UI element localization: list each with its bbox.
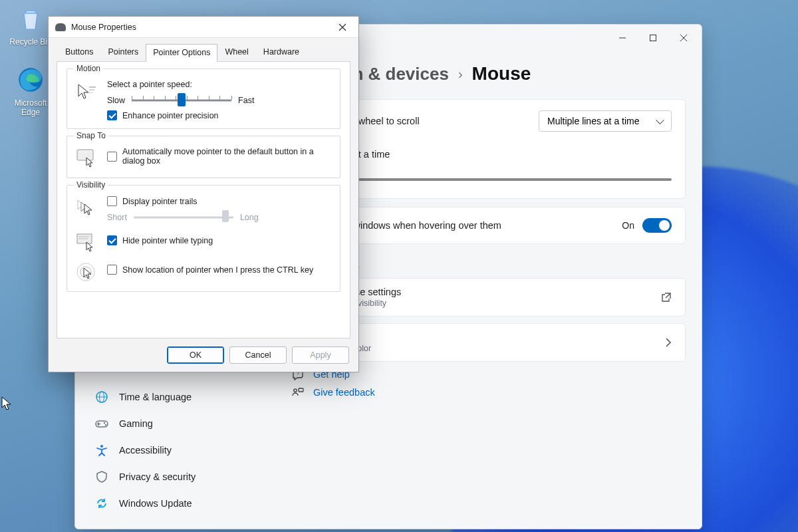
svg-point-13	[294, 389, 297, 392]
dialog-title: Mouse Properties	[71, 23, 332, 32]
dialog-titlebar[interactable]: Mouse Properties	[49, 17, 358, 38]
slider-thumb	[222, 210, 229, 222]
pointer-trails-icon	[75, 196, 99, 219]
chevron-right-icon	[665, 338, 672, 347]
sidebar-item-label: Windows Update	[119, 498, 192, 509]
recycle-bin-icon	[15, 3, 47, 35]
dialog-button-row: OK Cancel Apply	[49, 344, 358, 372]
snap-to-group: Snap To Automatically move pointer to th…	[66, 136, 340, 178]
tab-wheel[interactable]: Wheel	[217, 43, 255, 61]
svg-rect-14	[299, 388, 303, 392]
give-feedback-link[interactable]: Give feedback	[292, 387, 686, 398]
external-link-icon	[661, 292, 672, 303]
close-button[interactable]	[668, 27, 699, 49]
sidebar-item-label: Privacy & security	[119, 471, 196, 482]
svg-rect-20	[77, 150, 93, 160]
sidebar-item-label: Time & language	[119, 392, 192, 402]
sidebar-item-label: Gaming	[119, 418, 153, 429]
ctrl-locate-checkbox[interactable]: Show location of pointer when I press th…	[107, 265, 332, 275]
maximize-button[interactable]	[638, 27, 668, 49]
tab-pointer-options[interactable]: Pointer Options	[146, 44, 217, 62]
apply-button: Apply	[292, 346, 349, 364]
group-legend: Snap To	[74, 131, 108, 140]
pointer-speed-label: Select a pointer speed:	[107, 80, 332, 89]
svg-point-10	[105, 424, 106, 426]
link-text: Give feedback	[313, 387, 375, 398]
toggle-state-label: On	[622, 220, 634, 231]
enhance-precision-checkbox[interactable]: Enhance pointer precision	[107, 110, 332, 120]
checkbox-icon	[107, 152, 117, 162]
chevron-right-icon: ›	[458, 66, 463, 82]
sidebar-item-time-language[interactable]: Time & language	[88, 384, 272, 410]
slider-long-label: Long	[240, 213, 259, 222]
tab-buttons[interactable]: Buttons	[58, 43, 100, 61]
breadcrumb-current: Mouse	[472, 63, 531, 84]
mouse-properties-dialog: Mouse Properties Buttons Pointers Pointe…	[48, 16, 359, 372]
hover-scroll-toggle[interactable]	[642, 218, 672, 233]
close-button[interactable]	[332, 19, 353, 35]
sidebar-item-accessibility[interactable]: Accessibility	[88, 437, 272, 464]
svg-rect-2	[650, 35, 656, 41]
motion-group: Motion Select a pointer speed: Slow	[66, 68, 340, 129]
sidebar-item-label: Accessibility	[119, 445, 172, 456]
ctrl-locate-icon	[75, 261, 99, 283]
shield-icon	[95, 470, 108, 483]
gaming-icon	[95, 417, 108, 430]
snap-to-icon	[75, 147, 99, 170]
pointer-speed-slider[interactable]	[132, 93, 231, 108]
hide-while-typing-icon	[75, 231, 99, 254]
group-legend: Motion	[74, 64, 103, 73]
pointer-speed-icon	[75, 80, 99, 102]
hide-while-typing-checkbox[interactable]: Hide pointer while typing	[107, 235, 332, 245]
snap-to-checkbox[interactable]: Automatically move pointer to the defaul…	[107, 147, 332, 166]
dialog-tabstrip: Buttons Pointers Pointer Options Wheel H…	[49, 38, 358, 61]
visibility-group: Visibility Display pointer trails Short	[66, 185, 340, 292]
trails-length-slider	[134, 210, 233, 225]
edge-icon	[15, 64, 47, 96]
slider-slow-label: Slow	[107, 96, 125, 105]
slider-short-label: Short	[107, 213, 127, 222]
globe-icon	[95, 390, 108, 404]
slider-fast-label: Fast	[238, 96, 254, 105]
update-icon	[95, 497, 108, 510]
minimize-button[interactable]	[607, 27, 638, 49]
checkbox-icon	[107, 235, 117, 245]
mouse-icon	[55, 23, 66, 31]
wheel-scroll-select[interactable]: Multiple lines at a time	[539, 110, 672, 132]
svg-point-9	[104, 422, 105, 424]
tab-hardware[interactable]: Hardware	[256, 43, 307, 61]
checkbox-icon	[107, 265, 117, 275]
checkbox-icon	[107, 196, 117, 206]
cancel-button[interactable]: Cancel	[229, 346, 287, 364]
sidebar-item-gaming[interactable]: Gaming	[88, 410, 272, 437]
tab-pointers[interactable]: Pointers	[100, 43, 146, 61]
sidebar-item-privacy[interactable]: Privacy & security	[88, 464, 272, 490]
accessibility-icon	[95, 444, 108, 457]
sidebar-item-update[interactable]: Windows Update	[88, 490, 272, 517]
checkbox-icon	[107, 110, 117, 120]
group-legend: Visibility	[74, 180, 108, 190]
svg-point-11	[100, 445, 103, 448]
feedback-icon	[292, 387, 304, 398]
dialog-tabpanel: Motion Select a pointer speed: Slow	[57, 61, 350, 338]
ok-button[interactable]: OK	[167, 346, 224, 364]
slider-thumb[interactable]	[178, 93, 186, 106]
pointer-trails-checkbox[interactable]: Display pointer trails	[107, 196, 332, 206]
cursor-icon	[1, 396, 12, 411]
